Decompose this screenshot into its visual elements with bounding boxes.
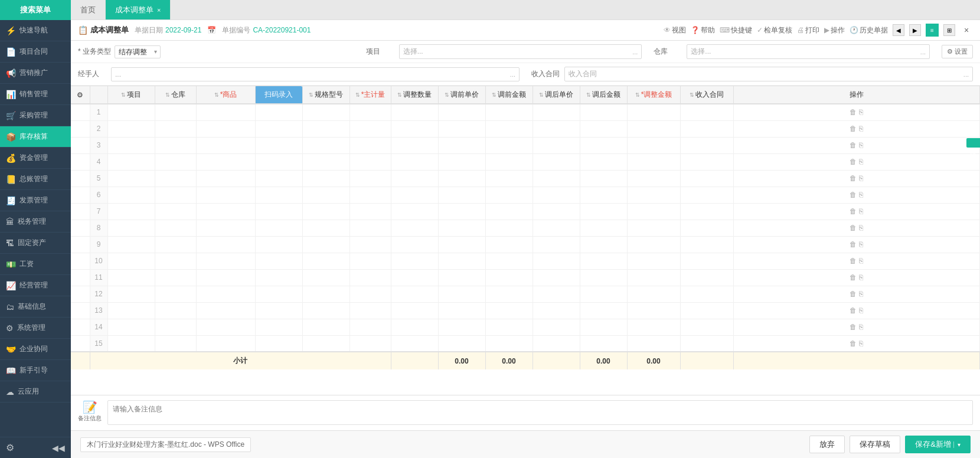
action-check[interactable]: ✓ 检单复核 xyxy=(757,25,792,35)
row-unit[interactable] xyxy=(349,137,391,153)
row-qty[interactable] xyxy=(391,120,438,137)
adjust-amount-col-header[interactable]: ⇅*调整金额 xyxy=(627,86,680,104)
row-copy-icon[interactable]: ⎘ xyxy=(859,273,863,282)
row-adjust-amount[interactable] xyxy=(627,269,680,286)
row-qty[interactable] xyxy=(391,236,438,253)
row-qty[interactable] xyxy=(391,137,438,153)
pre-amount-col-header[interactable]: ⇅调前金额 xyxy=(485,86,533,104)
row-scan[interactable] xyxy=(255,286,302,302)
row-warehouse[interactable] xyxy=(155,203,196,220)
row-scan[interactable] xyxy=(255,269,302,286)
row-pre-price[interactable] xyxy=(438,253,485,269)
action-operate[interactable]: ▶ 操作 xyxy=(824,25,845,35)
post-price-col-header[interactable]: ⇅调后单价 xyxy=(533,86,580,104)
row-warehouse[interactable] xyxy=(155,104,196,120)
row-scan[interactable] xyxy=(255,335,302,352)
row-spec[interactable] xyxy=(302,120,349,137)
row-qty[interactable] xyxy=(391,187,438,203)
row-pre-price[interactable] xyxy=(438,319,485,335)
row-project[interactable] xyxy=(107,335,155,352)
row-goods[interactable] xyxy=(196,137,255,153)
row-pre-price[interactable] xyxy=(438,187,485,203)
row-adjust-amount[interactable] xyxy=(627,319,680,335)
row-spec[interactable] xyxy=(302,104,349,120)
row-post-amount[interactable] xyxy=(580,137,627,153)
goods-col-header[interactable]: ⇅*商品 xyxy=(196,86,255,104)
settings-button[interactable]: ⚙ 设置 xyxy=(942,45,973,58)
row-goods[interactable] xyxy=(196,220,255,236)
row-delete-icon[interactable]: 🗑 xyxy=(850,207,857,215)
row-post-price[interactable] xyxy=(533,302,580,319)
row-income-contract[interactable] xyxy=(680,269,733,286)
row-scan[interactable] xyxy=(255,120,302,137)
row-spec[interactable] xyxy=(302,236,349,253)
qty-col-header[interactable]: ⇅调整数量 xyxy=(391,86,438,104)
row-income-contract[interactable] xyxy=(680,335,733,352)
row-post-amount[interactable] xyxy=(580,302,627,319)
sidebar-item-fixed-assets[interactable]: 🏗 固定资产 xyxy=(0,233,71,254)
row-copy-icon[interactable]: ⎘ xyxy=(859,240,863,248)
row-scan[interactable] xyxy=(255,203,302,220)
gear-col-header[interactable]: ⚙ xyxy=(71,86,90,104)
row-goods[interactable] xyxy=(196,170,255,187)
row-project[interactable] xyxy=(107,120,155,137)
row-spec[interactable] xyxy=(302,269,349,286)
row-warehouse[interactable] xyxy=(155,269,196,286)
spec-col-header[interactable]: ⇅规格型号 xyxy=(302,86,349,104)
sidebar-item-inventory-check[interactable]: 📦 库存核算 xyxy=(0,126,71,148)
row-adjust-amount[interactable] xyxy=(627,286,680,302)
row-unit[interactable] xyxy=(349,220,391,236)
row-post-price[interactable] xyxy=(533,203,580,220)
row-delete-icon[interactable]: 🗑 xyxy=(850,141,857,149)
row-copy-icon[interactable]: ⎘ xyxy=(859,290,863,298)
tab-close-btn[interactable]: × xyxy=(157,6,161,14)
row-income-contract[interactable] xyxy=(680,120,733,137)
row-unit[interactable] xyxy=(349,203,391,220)
row-unit[interactable] xyxy=(349,253,391,269)
row-pre-price[interactable] xyxy=(438,236,485,253)
sidebar-item-invoice-mgmt[interactable]: 🧾 发票管理 xyxy=(0,190,71,211)
settings-icon[interactable]: ⚙ xyxy=(6,442,14,453)
row-delete-icon[interactable]: 🗑 xyxy=(850,323,857,331)
row-adjust-amount[interactable] xyxy=(627,187,680,203)
row-goods[interactable] xyxy=(196,253,255,269)
row-scan[interactable] xyxy=(255,187,302,203)
row-qty[interactable] xyxy=(391,153,438,170)
row-project[interactable] xyxy=(107,220,155,236)
row-delete-icon[interactable]: 🗑 xyxy=(850,257,857,265)
row-goods[interactable] xyxy=(196,203,255,220)
row-spec[interactable] xyxy=(302,319,349,335)
row-project[interactable] xyxy=(107,236,155,253)
row-post-price[interactable] xyxy=(533,170,580,187)
row-post-amount[interactable] xyxy=(580,335,627,352)
row-copy-icon[interactable]: ⎘ xyxy=(859,141,863,149)
row-scan[interactable] xyxy=(255,253,302,269)
row-scan[interactable] xyxy=(255,104,302,120)
row-post-price[interactable] xyxy=(533,236,580,253)
row-project[interactable] xyxy=(107,269,155,286)
row-copy-icon[interactable]: ⎘ xyxy=(859,108,863,116)
row-post-price[interactable] xyxy=(533,187,580,203)
row-goods[interactable] xyxy=(196,335,255,352)
row-adjust-amount[interactable] xyxy=(627,104,680,120)
row-post-amount[interactable] xyxy=(580,170,627,187)
row-unit[interactable] xyxy=(349,302,391,319)
save-dropdown-arrow[interactable]: ▾ xyxy=(953,441,961,448)
row-delete-icon[interactable]: 🗑 xyxy=(850,224,857,232)
row-project[interactable] xyxy=(107,319,155,335)
row-scan[interactable] xyxy=(255,302,302,319)
row-pre-amount[interactable] xyxy=(485,137,533,153)
row-scan[interactable] xyxy=(255,170,302,187)
row-adjust-amount[interactable] xyxy=(627,137,680,153)
pre-price-col-header[interactable]: ⇅调前单价 xyxy=(438,86,485,104)
income-contract-col-header[interactable]: ⇅收入合同 xyxy=(680,86,733,104)
row-adjust-amount[interactable] xyxy=(627,153,680,170)
row-qty[interactable] xyxy=(391,319,438,335)
row-pre-amount[interactable] xyxy=(485,104,533,120)
action-print[interactable]: 🖨 打印 xyxy=(797,25,819,35)
row-unit[interactable] xyxy=(349,269,391,286)
row-spec[interactable] xyxy=(302,187,349,203)
row-qty[interactable] xyxy=(391,203,438,220)
row-unit[interactable] xyxy=(349,286,391,302)
sidebar-item-system-mgmt[interactable]: ⚙ 系统管理 xyxy=(0,318,71,339)
